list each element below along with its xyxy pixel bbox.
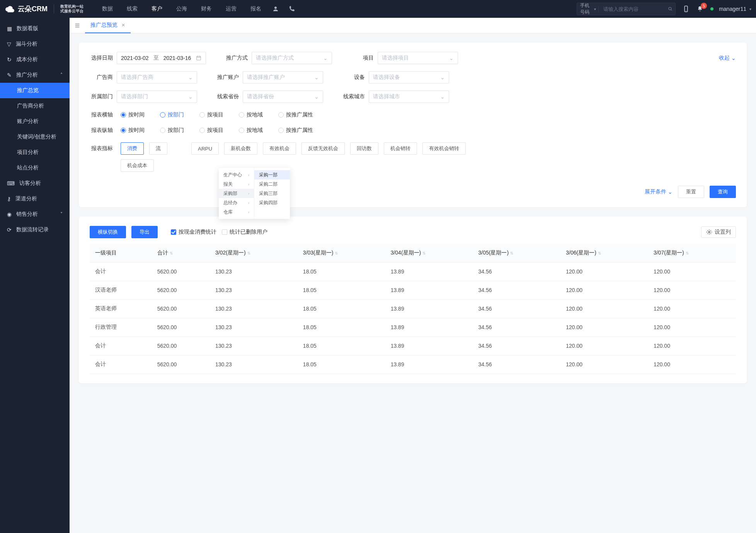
search-input[interactable] [603,6,668,12]
caret-down-icon: ▾ [749,7,751,11]
username: manager11 [719,6,746,12]
divider [54,4,54,14]
notif-badge: 5 [701,3,707,9]
top-icons [272,5,295,12]
user-menu[interactable]: manager11 ▾ [710,6,751,12]
divider [598,6,599,12]
brand-name: 云朵CRM [18,4,48,14]
notification-bell[interactable]: 5 [696,5,703,12]
topnav-item[interactable]: 数据 [102,5,113,12]
svg-point-2 [686,11,686,12]
search-box[interactable]: 手机号码 ▾ [577,3,676,15]
mobile-icon[interactable] [683,5,690,12]
search-icon[interactable] [668,6,673,12]
topnav-item[interactable]: 运营 [226,5,237,12]
top-nav: 数据线索客户公海财务运营报名 [102,5,261,12]
topnav-item[interactable]: 财务 [201,5,212,12]
topnav-item[interactable]: 报名 [250,5,261,12]
topnav-item[interactable]: 公海 [176,5,187,12]
status-dot-icon [710,7,713,10]
user-icon[interactable] [272,5,279,12]
search-type[interactable]: 手机号码 [580,2,594,15]
svg-point-0 [274,7,277,9]
app-header: 云朵CRM 教育机构一站 式服务云平台 数据线索客户公海财务运营报名 手机号码 … [0,0,756,18]
caret-down-icon[interactable]: ▾ [594,7,596,11]
topnav-item[interactable]: 线索 [127,5,138,12]
brand-subtitle: 教育机构一站 式服务云平台 [60,4,83,14]
cloud-icon [5,4,15,14]
logo: 云朵CRM 教育机构一站 式服务云平台 [5,4,83,14]
phone-icon[interactable] [288,5,295,12]
header-right: 手机号码 ▾ 5 manager11 ▾ [577,3,751,15]
topnav-item[interactable]: 客户 [152,5,162,12]
